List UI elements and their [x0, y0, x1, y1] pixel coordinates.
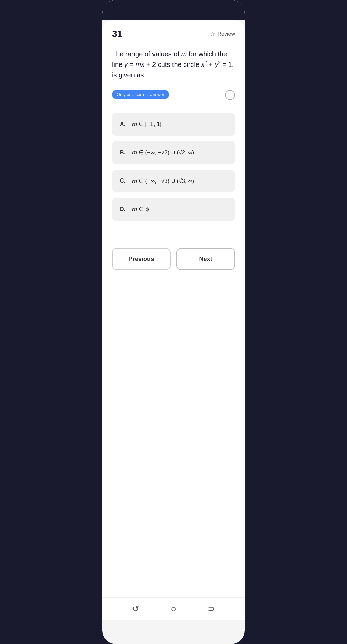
content-area: 31 ☆ Review The range of values of m for… — [102, 20, 245, 597]
review-label: Review — [218, 31, 235, 37]
question-text: The range of values of m for which the l… — [112, 49, 235, 80]
info-button[interactable]: i — [225, 90, 235, 100]
option-b-label: B. — [120, 150, 127, 156]
bottom-navigation: ↺ ○ ⊃ — [102, 597, 245, 620]
option-d[interactable]: D. m ∈ ϕ — [112, 198, 235, 221]
answer-type-badge: Only one correct answer — [112, 90, 169, 99]
options-list: A. m ∈ [−1, 1] B. m ∈ (−∞, −√2) ∪ (√2, ∞… — [112, 113, 235, 221]
home-nav-icon[interactable]: ○ — [171, 604, 176, 614]
back-nav-icon[interactable]: ↺ — [132, 604, 139, 614]
option-c-text: m ∈ (−∞, −√3) ∪ (√3, ∞) — [132, 177, 194, 185]
option-a[interactable]: A. m ∈ [−1, 1] — [112, 113, 235, 136]
question-number: 31 — [112, 29, 122, 39]
star-icon: ☆ — [210, 30, 216, 38]
question-header: 31 ☆ Review — [112, 29, 235, 39]
option-d-label: D. — [120, 206, 127, 212]
option-b[interactable]: B. m ∈ (−∞, −√2) ∪ (√2, ∞) — [112, 141, 235, 164]
forward-nav-icon[interactable]: ⊃ — [208, 604, 215, 614]
option-c[interactable]: C. m ∈ (−∞, −√3) ∪ (√3, ∞) — [112, 170, 235, 193]
answer-type-row: i Only one correct answer — [112, 90, 235, 107]
option-c-label: C. — [120, 178, 127, 184]
phone-top-bar — [102, 0, 245, 20]
option-b-text: m ∈ (−∞, −√2) ∪ (√2, ∞) — [132, 149, 194, 157]
option-a-label: A. — [120, 121, 127, 127]
review-button[interactable]: ☆ Review — [210, 30, 235, 38]
nav-buttons: Previous Next — [112, 248, 235, 277]
previous-button[interactable]: Previous — [112, 248, 171, 270]
next-button[interactable]: Next — [176, 248, 235, 270]
option-d-text: m ∈ ϕ — [132, 205, 149, 213]
option-a-text: m ∈ [−1, 1] — [132, 120, 161, 128]
phone-container: 31 ☆ Review The range of values of m for… — [102, 0, 245, 644]
